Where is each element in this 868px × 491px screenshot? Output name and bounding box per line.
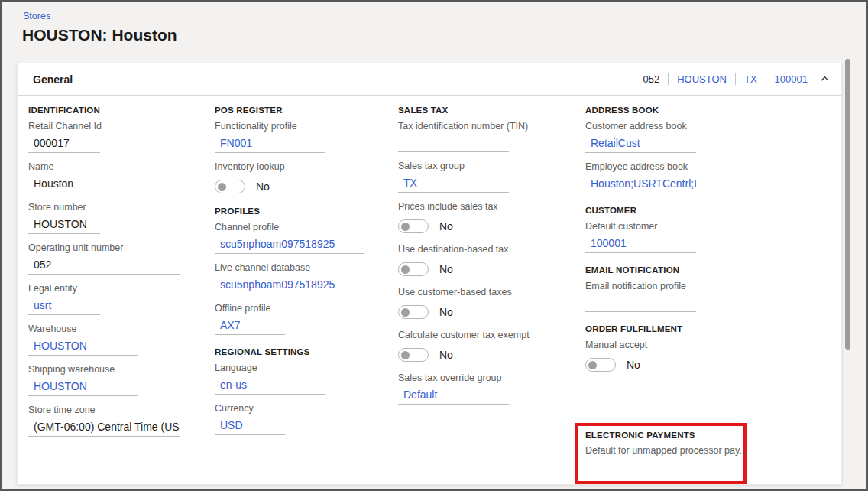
currency-link[interactable]: USD	[215, 418, 285, 435]
panel-title: General	[33, 73, 73, 86]
field-manual-accept: Manual accept No	[585, 339, 738, 372]
column-identification: IDENTIFICATION Retail Channel Id 000017 …	[28, 103, 201, 444]
field-name: Name Houston	[28, 161, 201, 193]
summary-tax-group-link[interactable]: TX	[744, 73, 757, 85]
prices-include-sales-tax-toggle[interactable]	[398, 219, 429, 233]
field-default-customer: Default customer 100001	[585, 220, 738, 253]
field-warehouse: Warehouse HOUSTON	[28, 323, 201, 356]
sales-tax-override-group-link[interactable]: Default	[398, 387, 509, 405]
name-input[interactable]: Houston	[28, 176, 180, 193]
calculate-customer-tax-exempt-toggle[interactable]	[398, 348, 429, 362]
functionality-profile-link[interactable]: FN001	[215, 135, 326, 153]
summary-customer-link[interactable]: 100001	[775, 73, 808, 85]
warehouse-link[interactable]: HOUSTON	[28, 338, 138, 356]
manual-accept-toggle[interactable]	[585, 358, 616, 372]
fasttab-summary: 052 HOUSTON TX 100001	[643, 73, 830, 85]
summary-divider	[735, 73, 736, 85]
store-number-input[interactable]: HOUSTON	[28, 216, 100, 234]
field-use-customer-based-taxes: Use customer-based taxes No	[398, 286, 578, 320]
field-channel-profile: Channel profile scu5nphoam097518925	[215, 221, 387, 254]
field-functionality-profile: Functionality profile FN001	[215, 120, 387, 153]
field-customer-address-book: Customer address book RetailCust	[585, 120, 738, 153]
offline-profile-link[interactable]: AX7	[215, 317, 285, 335]
breadcrumb-stores-link[interactable]: Stores	[23, 11, 50, 21]
toggle-knob	[401, 223, 410, 231]
toggle-knob	[401, 265, 410, 274]
live-channel-database-link[interactable]: scu5nphoam097518925	[215, 277, 364, 294]
operating-unit-number-input[interactable]: 052	[28, 257, 180, 275]
summary-store-link[interactable]: HOUSTON	[677, 73, 727, 85]
field-operating-unit-number: Operating unit number 052	[28, 242, 201, 275]
field-prices-include-sales-tax: Prices include sales tax No	[398, 200, 578, 234]
collapse-chevron-up-icon[interactable]	[820, 74, 830, 84]
customer-address-book-link[interactable]: RetailCust	[585, 135, 696, 153]
field-email-notification-profile: Email notification profile	[585, 280, 738, 312]
field-store-time-zone: Store time zone (GMT-06:00) Central Time…	[28, 404, 201, 437]
toggle-knob	[401, 308, 410, 317]
toggle-knob	[588, 361, 597, 369]
field-employee-address-book: Employee address book Houston;USRTCentrl…	[585, 161, 738, 193]
vertical-scrollbar-thumb[interactable]	[845, 59, 850, 350]
toggle-knob	[218, 183, 226, 191]
employee-address-book-link[interactable]: Houston;USRTCentrl;U...	[585, 176, 696, 193]
default-unmapped-processor-label: Default for unmapped processor pay...	[585, 444, 743, 457]
retail-channel-id-input[interactable]: 000017	[28, 135, 100, 153]
shipping-warehouse-link[interactable]: HOUSTON	[28, 379, 138, 396]
section-title-electronic-payments: ELECTRONIC PAYMENTS	[585, 431, 743, 440]
section-title-address-book: ADDRESS BOOK	[585, 106, 738, 115]
summary-divider	[668, 73, 669, 85]
general-fasttab-header[interactable]: General 052 HOUSTON TX 100001	[18, 63, 841, 96]
page-title: HOUSTON: Houston	[22, 26, 177, 44]
section-title-regional-settings: REGIONAL SETTINGS	[215, 347, 387, 356]
sales-tax-group-link[interactable]: TX	[398, 175, 509, 193]
column-address-book: ADDRESS BOOK Customer address book Retai…	[585, 103, 738, 382]
tin-input[interactable]	[398, 135, 509, 152]
field-retail-channel-id: Retail Channel Id 000017	[28, 120, 201, 153]
field-sales-tax-group: Sales tax group TX	[398, 160, 578, 193]
section-title-email-notification: EMAIL NOTIFICATION	[585, 265, 738, 275]
field-tax-identification-number: Tax identification number (TIN)	[398, 120, 578, 152]
section-title-order-fulfillment: ORDER FULFILLMENT	[585, 324, 738, 333]
field-store-number: Store number HOUSTON	[28, 201, 201, 234]
section-title-profiles: PROFILES	[215, 206, 387, 216]
channel-profile-link[interactable]: scu5nphoam097518925	[215, 236, 364, 254]
inventory-lookup-toggle[interactable]	[215, 180, 245, 193]
field-language: Language en-us	[215, 362, 387, 395]
summary-operating-unit: 052	[643, 73, 660, 85]
field-calculate-customer-tax-exempt: Calculate customer tax exempt No	[398, 329, 578, 363]
field-inventory-lookup: Inventory lookup No	[215, 161, 387, 194]
legal-entity-link[interactable]: usrt	[28, 298, 100, 315]
section-title-pos-register: POS REGISTER	[215, 106, 387, 115]
section-title-sales-tax: SALES TAX	[398, 106, 578, 115]
column-pos-register: POS REGISTER Functionality profile FN001…	[215, 103, 387, 443]
email-notification-profile-input[interactable]	[585, 295, 696, 312]
general-fasttab-panel: General 052 HOUSTON TX 100001 IDENTIFICA…	[17, 63, 842, 485]
section-title-identification: IDENTIFICATION	[28, 106, 201, 115]
store-time-zone-input[interactable]: (GMT-06:00) Central Time (US ...	[28, 419, 180, 437]
toggle-knob	[401, 351, 410, 359]
section-title-customer: CUSTOMER	[585, 206, 738, 215]
column-sales-tax: SALES TAX Tax identification number (TIN…	[398, 103, 578, 412]
field-sales-tax-override-group: Sales tax override group Default	[398, 372, 578, 405]
summary-divider	[766, 73, 766, 85]
use-customer-based-taxes-toggle[interactable]	[398, 305, 429, 319]
default-unmapped-processor-input[interactable]	[585, 470, 696, 470]
field-offline-profile: Offline profile AX7	[215, 302, 387, 335]
electronic-payments-highlight-box: ELECTRONIC PAYMENTS Default for unmapped…	[575, 423, 747, 484]
use-destination-based-tax-toggle[interactable]	[398, 262, 429, 276]
field-live-channel-database: Live channel database scu5nphoam09751892…	[215, 262, 387, 294]
field-currency: Currency USD	[215, 402, 387, 435]
field-legal-entity: Legal entity usrt	[28, 282, 201, 315]
language-link[interactable]: en-us	[215, 377, 325, 395]
default-customer-link[interactable]: 100001	[585, 236, 696, 253]
field-use-destination-based-tax: Use destination-based tax No	[398, 243, 578, 277]
field-shipping-warehouse: Shipping warehouse HOUSTON	[28, 363, 201, 396]
